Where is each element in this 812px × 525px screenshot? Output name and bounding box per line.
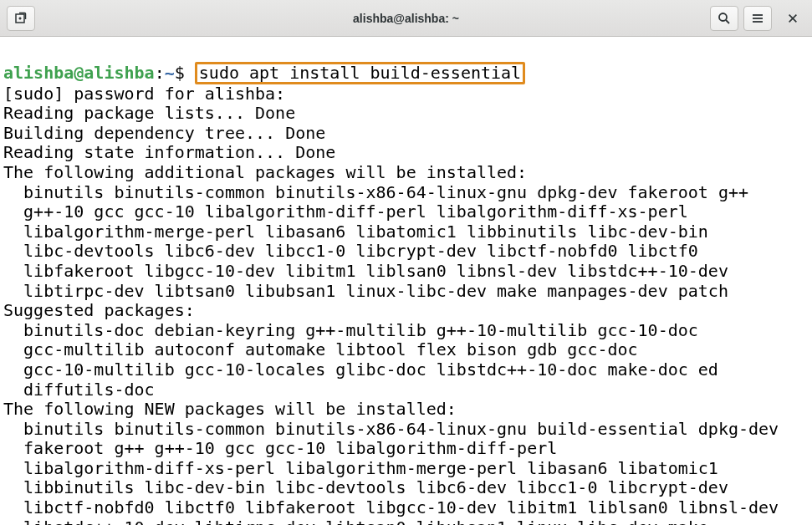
svg-point-1: [719, 13, 727, 21]
close-button[interactable]: [780, 6, 805, 31]
output-line: libstdc++-10-dev libtirpc-dev libtsan0 l…: [3, 518, 809, 525]
svg-line-2: [726, 20, 729, 23]
output-line: binutils binutils-common binutils-x86-64…: [3, 183, 809, 203]
search-button[interactable]: [710, 6, 738, 31]
output-line: Reading package lists... Done: [3, 104, 809, 124]
close-icon: [787, 13, 799, 24]
output-line: gcc-10-multilib gcc-10-locales glibc-doc…: [3, 360, 809, 380]
output-line: libalgorithm-diff-xs-perl libalgorithm-m…: [3, 459, 809, 479]
highlighted-command: sudo apt install build-essential: [195, 62, 525, 84]
output-line: libctf-nobfd0 libctf0 libfakeroot libgcc…: [3, 498, 809, 518]
output-line: libc-devtools libc6-dev libcc1-0 libcryp…: [3, 242, 809, 262]
new-tab-button[interactable]: [7, 6, 35, 31]
output-line: binutils-doc debian-keyring g++-multilib…: [3, 321, 809, 341]
output-line: libfakeroot libgcc-10-dev libitm1 liblsa…: [3, 262, 809, 282]
output-line: g++-10 gcc gcc-10 libalgorithm-diff-perl…: [3, 202, 809, 222]
menu-button[interactable]: [743, 6, 772, 31]
output-line: libbinutils libc-dev-bin libc-devtools l…: [3, 478, 809, 498]
prompt-colon: :: [155, 63, 165, 83]
output-line: diffutils-doc: [3, 380, 809, 400]
output-line: The following NEW packages will be insta…: [3, 400, 809, 420]
window-titlebar: alishba@alishba: ~: [0, 0, 812, 37]
prompt-userhost: alishba@alishba: [3, 63, 155, 83]
prompt-line: alishba@alishba:~$ sudo apt install buil…: [3, 63, 525, 83]
output-line: Suggested packages:: [3, 301, 809, 321]
prompt-dollar: $: [175, 63, 195, 83]
output-line: Building dependency tree... Done: [3, 124, 809, 144]
output-line: libtirpc-dev libtsan0 libubsan1 linux-li…: [3, 282, 809, 302]
terminal-output: [sudo] password for alishba:Reading pack…: [3, 84, 809, 525]
prompt-path: ~: [165, 63, 175, 83]
window-title: alishba@alishba: ~: [353, 12, 459, 25]
terminal-content[interactable]: alishba@alishba:~$ sudo apt install buil…: [0, 37, 812, 525]
new-tab-icon: [14, 12, 28, 25]
output-line: binutils binutils-common binutils-x86-64…: [3, 420, 809, 440]
output-line: The following additional packages will b…: [3, 163, 809, 183]
search-icon: [718, 12, 731, 25]
hamburger-menu-icon: [751, 12, 764, 25]
output-line: [sudo] password for alishba:: [3, 84, 809, 104]
output-line: libalgorithm-merge-perl libasan6 libatom…: [3, 222, 809, 242]
output-line: fakeroot g++ g++-10 gcc gcc-10 libalgori…: [3, 439, 809, 459]
output-line: gcc-multilib autoconf automake libtool f…: [3, 340, 809, 360]
output-line: Reading state information... Done: [3, 143, 809, 163]
